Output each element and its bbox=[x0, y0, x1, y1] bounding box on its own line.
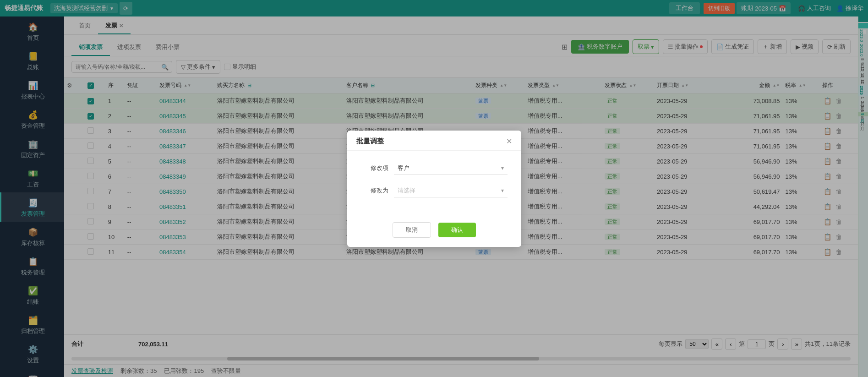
value-select-placeholder: 请选择 bbox=[398, 186, 415, 195]
batch-adjust-modal: 批量调整 ✕ 修改项 客户 ▾ 修改为 请选择 ▾ 取消 确认 bbox=[347, 131, 521, 247]
modal-footer: 取消 确认 bbox=[347, 218, 521, 247]
modal-body: 修改项 客户 ▾ 修改为 请选择 ▾ bbox=[347, 151, 521, 218]
form-row-field: 修改项 客户 ▾ bbox=[361, 162, 508, 175]
field-label: 修改项 bbox=[361, 164, 388, 172]
field-select-arrow-icon: ▾ bbox=[501, 165, 504, 171]
modal-confirm-btn[interactable]: 确认 bbox=[438, 223, 476, 237]
field-select-value: 客户 bbox=[398, 164, 409, 172]
value-select[interactable]: 请选择 ▾ bbox=[394, 184, 508, 197]
modal-title: 批量调整 bbox=[356, 137, 384, 146]
field-select[interactable]: 客户 ▾ bbox=[394, 162, 508, 175]
modal-close-btn[interactable]: ✕ bbox=[506, 137, 512, 146]
modal-cancel-btn[interactable]: 取消 bbox=[393, 222, 431, 238]
value-select-arrow-icon: ▾ bbox=[501, 187, 504, 194]
form-row-value: 修改为 请选择 ▾ bbox=[361, 184, 508, 197]
modal-overlay: 批量调整 ✕ 修改项 客户 ▾ 修改为 请选择 ▾ 取消 确认 bbox=[0, 0, 868, 377]
value-label: 修改为 bbox=[361, 186, 388, 195]
modal-header: 批量调整 ✕ bbox=[347, 131, 521, 151]
